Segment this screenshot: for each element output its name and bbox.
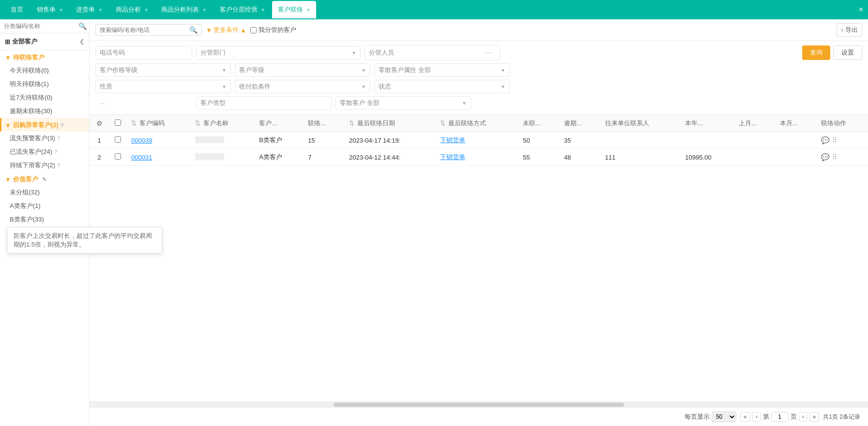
filter-scatter-customer[interactable]: 零散客户 全部 ▼	[335, 96, 471, 110]
more-icon-1[interactable]: ⠿	[832, 136, 837, 144]
cell-type-1: B类客户	[254, 132, 303, 149]
cell-code-2[interactable]: 000031	[126, 149, 190, 166]
chat-icon-2[interactable]: 💬	[821, 153, 829, 161]
filter-dept[interactable]: 分管部门 ▼	[196, 46, 361, 59]
sidebar-item-today[interactable]: 今天待联络(0)	[0, 64, 89, 77]
cell-code-1[interactable]: 000039	[126, 132, 190, 149]
tab-customer-layer-close[interactable]: ×	[261, 7, 264, 13]
settings-button[interactable]: 设置	[833, 45, 862, 60]
gear-icon[interactable]: ⚙	[96, 119, 103, 127]
cell-last-method-2[interactable]: 下销货单	[435, 149, 518, 166]
scroll-thumb[interactable]	[334, 403, 624, 407]
sidebar-item-ungrouped[interactable]: 未分组(32)	[0, 186, 89, 199]
sidebar-item-class-a[interactable]: A类客户(1)	[0, 199, 89, 213]
sidebar-item-today-label: 今天待联络(0)	[10, 66, 49, 75]
tab-product-analysis-close[interactable]: ×	[145, 7, 148, 13]
tab-product-list-close[interactable]: ×	[203, 7, 206, 13]
tab-sales-close[interactable]: ×	[60, 7, 62, 13]
table-area: ⚙ ⇅ 客户编码 ⇅ 客户名称	[90, 115, 868, 401]
first-page-button[interactable]: «	[740, 412, 750, 422]
tab-customer-layer[interactable]: 客户分层经营 ×	[214, 1, 270, 18]
col-header-last-date: ⇅ 最后联络日期	[344, 115, 435, 132]
sidebar-collapse-icon[interactable]: ❮	[79, 38, 84, 45]
last-method-link-2[interactable]: 下销货单	[440, 153, 465, 161]
grid-icon: ⊞	[5, 38, 10, 45]
sidebar-item-declining[interactable]: 持续下滑客户(2) ?	[0, 159, 89, 172]
my-customer-checkbox[interactable]	[250, 27, 257, 33]
sidebar-item-churn-warning[interactable]: 流失预警客户(3) ?	[0, 132, 89, 145]
tab-purchase-close[interactable]: ×	[99, 7, 102, 13]
filter-status[interactable]: 状态 ▼	[374, 80, 510, 93]
col-header-contact: 联络...	[303, 115, 344, 132]
question-icon-abnormal: ?	[61, 122, 64, 128]
sidebar-item-churn-warning-label: 流失预警客户(3)	[10, 134, 55, 143]
chevron-down-icon-pending: ▼	[5, 54, 11, 61]
sidebar-search-input[interactable]	[4, 23, 76, 29]
customer-code-link-2[interactable]: 000031	[131, 154, 152, 161]
row-checkbox-1[interactable]	[115, 136, 121, 143]
page-input[interactable]	[771, 412, 789, 422]
sidebar-item-class-b[interactable]: B类客户(33)	[0, 213, 89, 226]
tooltip-box: 距客户上次交易时长，超过了此客户的平均交易周期的1.5倍，则视为异常。	[7, 227, 90, 253]
nav-close-all-button[interactable]: ×	[859, 5, 863, 14]
more-icon-2[interactable]: ⠿	[832, 153, 837, 161]
per-page-dropdown[interactable]: 50 100 200	[712, 411, 736, 422]
tab-product-list[interactable]: 商品分析列表 ×	[155, 1, 212, 18]
cell-last-method-1[interactable]: 下销货单	[435, 132, 518, 149]
filter-customer-type[interactable]: 客户类型	[196, 96, 332, 110]
sidebar-item-churned[interactable]: 已流失客户(24) ?	[0, 145, 89, 159]
tab-purchase[interactable]: 进货单 ×	[70, 1, 107, 18]
filter-phone[interactable]: 电话号码	[95, 46, 192, 59]
chat-icon-1[interactable]: 💬	[821, 136, 829, 144]
filter-row-2: 客户价格等级 ▼ 客户等级 ▼ 零散客户属性 全部 ▼	[95, 63, 862, 77]
sidebar-group-pending[interactable]: ▼ 待联络客户	[0, 50, 89, 64]
tab-sales[interactable]: 销售单 ×	[31, 1, 68, 18]
filter-price-grade[interactable]: 客户价格等级 ▼	[95, 63, 231, 77]
page-size-select: 每页显示 50 100 200	[685, 411, 736, 422]
chevron-down-icon-status: ▼	[501, 84, 505, 89]
filter-nature[interactable]: 性质 ▼	[95, 80, 231, 93]
sidebar-item-tomorrow[interactable]: 明天待联络(1)	[0, 77, 89, 91]
per-page-label: 每页显示	[685, 412, 710, 421]
tab-product-analysis[interactable]: 商品分析 ×	[110, 1, 153, 18]
edit-icon-value[interactable]: ✎	[42, 176, 46, 183]
next-page-button[interactable]: ›	[799, 412, 807, 422]
last-page-button[interactable]: »	[809, 412, 820, 422]
filter-scatter-attr[interactable]: 零散客户属性 全部 ▼	[374, 63, 510, 77]
sidebar-item-overdue-contact[interactable]: 逾期未联络(30)	[0, 104, 89, 118]
prev-page-button[interactable]: ‹	[752, 412, 761, 422]
sidebar-item-7days[interactable]: 近7天待联络(0)	[0, 91, 89, 104]
dots-icon-row4[interactable]: ···	[95, 98, 109, 108]
customer-name-blur-2	[195, 153, 224, 160]
col-header-last-method: ⇅ 最后联络方式	[435, 115, 518, 132]
sidebar-group-value[interactable]: ▼ 价值客户 ✎	[0, 172, 89, 186]
col-header-index: ⚙	[90, 115, 109, 132]
tab-home[interactable]: 首页	[5, 1, 29, 18]
export-button[interactable]: ↑ 导出	[837, 23, 863, 37]
filter-person[interactable]: 分管人员 ···	[365, 45, 500, 60]
cell-this-year-1	[680, 132, 734, 149]
sidebar-group-abnormal[interactable]: ▼ 回购异常客户(2) ?	[0, 118, 89, 132]
table-scroll-bar[interactable]	[90, 401, 868, 407]
filter-payment[interactable]: 收付款条件 ▼	[235, 80, 370, 93]
more-conditions-button[interactable]: ▼ 更多条件 ▲	[206, 26, 246, 34]
sidebar-all-customers[interactable]: ⊞ 全部客户 ❮	[0, 33, 89, 50]
sidebar-search-wrap: 🔍	[0, 19, 89, 33]
sidebar: 🔍 ⊞ 全部客户 ❮ ▼ 待联络客户 今天待联络(0) 明天待联络(1) 近7天…	[0, 19, 90, 426]
customer-code-link-1[interactable]: 000039	[131, 137, 152, 144]
sidebar-item-declining-label: 持续下滑客户(2)	[10, 161, 55, 170]
dots-icon-person[interactable]: ···	[482, 47, 496, 58]
tab-customer-contact-close[interactable]: ×	[307, 7, 310, 13]
row-checkbox-2[interactable]	[115, 153, 121, 160]
last-method-link-1[interactable]: 下销货单	[440, 136, 465, 144]
filter-customer-grade[interactable]: 客户等级 ▼	[235, 63, 370, 77]
top-nav: 首页 销售单 × 进货单 × 商品分析 × 商品分析列表 × 客户分层经营 × …	[0, 0, 868, 19]
search-icon[interactable]: 🔍	[189, 26, 198, 34]
tab-customer-contact[interactable]: 客户联络 ×	[272, 1, 316, 18]
sidebar-item-class-b-label: B类客户(33)	[10, 215, 44, 224]
search-input[interactable]	[100, 27, 187, 33]
query-button[interactable]: 查询	[802, 45, 830, 60]
select-all-checkbox[interactable]	[115, 119, 121, 126]
export-icon: ↑	[841, 27, 844, 34]
sidebar-search-icon[interactable]: 🔍	[78, 22, 87, 30]
